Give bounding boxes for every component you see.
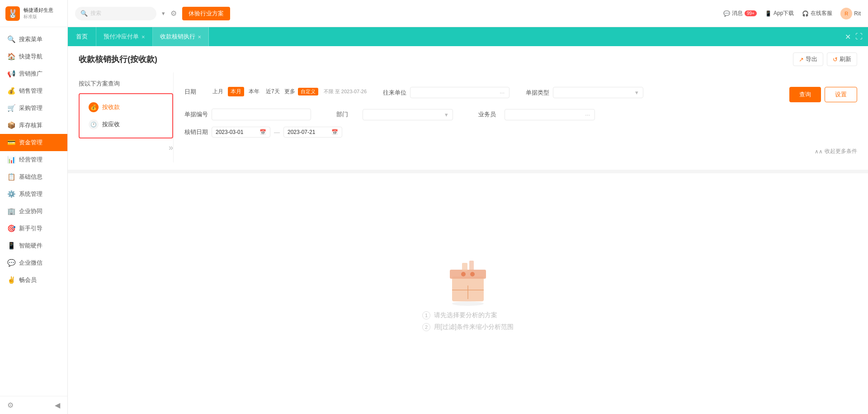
collapse-sidebar-icon[interactable]: ◀ xyxy=(55,401,60,409)
sidebar-item-marketing[interactable]: 📢 营销推广 xyxy=(0,65,67,82)
export-icon: ↗ xyxy=(799,56,804,63)
sidebar-item-inventory[interactable]: 📦 库存核算 xyxy=(0,117,67,134)
search-placeholder: 搜索 xyxy=(90,10,101,17)
sidebar-item-enterprise[interactable]: 🏢 企业协同 xyxy=(0,203,67,220)
online-service-button[interactable]: 🎧 在线客服 xyxy=(802,10,832,17)
main-area: 🔍 搜索 ▾ ⚙ 休验行业方案 💬 消息 99+ 📱 App下载 🎧 在线客服 … xyxy=(68,0,868,414)
counterparty-select[interactable]: ··· xyxy=(410,87,509,98)
dept-select[interactable]: ▾ xyxy=(363,109,453,120)
sidebar-item-wechat[interactable]: 💬 企业微信 xyxy=(0,254,67,271)
tab-receipt[interactable]: 收款核销执行 × xyxy=(153,27,209,46)
query-button[interactable]: 查询 xyxy=(789,87,821,102)
service-icon: 🎧 xyxy=(802,10,809,17)
filter-option-receipt[interactable]: 💰 按收款 xyxy=(84,99,168,116)
logo-badge: 标准版 xyxy=(24,14,53,20)
tab-receipt-close[interactable]: × xyxy=(198,33,202,40)
app-label: App下载 xyxy=(774,10,794,17)
tab-home[interactable]: 首页 xyxy=(68,27,96,46)
sidebar-item-label: 系统管理 xyxy=(19,190,42,198)
date-this-year[interactable]: 本年 xyxy=(247,87,261,96)
sidebar-item-system[interactable]: ⚙️ 系统管理 xyxy=(0,186,67,203)
refresh-button[interactable]: ↺ 刷新 xyxy=(827,52,857,66)
date-7days[interactable]: 近7天 xyxy=(264,87,282,96)
settings-button[interactable]: 设置 xyxy=(825,87,857,102)
gear-icon[interactable]: ⚙ xyxy=(170,9,177,18)
empty-tip-1-text: 请先选择要分析的方案 xyxy=(434,311,497,319)
user-menu[interactable]: R Rit xyxy=(840,8,861,19)
sidebar-item-label: 采购管理 xyxy=(19,104,42,112)
app-icon: 📱 xyxy=(765,10,772,17)
sidebar-menu: 🔍 搜索菜单 🏠 快捷导航 📢 营销推广 💰 销售管理 🛒 采购管理 📦 库存核… xyxy=(0,27,67,396)
tab-close-icon[interactable]: ✕ xyxy=(845,33,851,41)
calendar-end-icon: 📅 xyxy=(331,129,338,135)
doc-type-select[interactable]: ▾ xyxy=(553,87,643,98)
sidebar-item-finance[interactable]: 💳 资金管理 xyxy=(0,134,67,151)
collapse-more-button[interactable]: ∧∧ 收起更多条件 xyxy=(815,148,857,155)
doc-type-arrow: ▾ xyxy=(635,89,638,96)
date-this-month[interactable]: 本月 xyxy=(228,87,244,96)
verify-date-start[interactable]: 2023-03-01 📅 xyxy=(212,127,270,138)
date-custom-badge[interactable]: 自定义 xyxy=(298,88,318,95)
sidebar-item-member[interactable]: ✌️ 畅会员 xyxy=(0,271,67,289)
operations-icon: 📊 xyxy=(7,156,15,164)
page-header-actions: ↗ 导出 ↺ 刷新 xyxy=(793,52,857,72)
sidebar-item-label: 智能硬件 xyxy=(19,242,42,250)
tab-prepay-close[interactable]: × xyxy=(142,33,145,40)
dept-arrow: ▾ xyxy=(445,111,448,118)
dept-filter: 部门 ▾ xyxy=(336,109,453,120)
app-download-button[interactable]: 📱 App下载 xyxy=(765,10,794,17)
service-label: 在线客服 xyxy=(811,10,832,17)
sales-icon: 💰 xyxy=(7,87,15,95)
empty-tip-2-text: 用[过滤]条件来缩小分析范围 xyxy=(434,323,514,331)
solution-button[interactable]: 休验行业方案 xyxy=(182,7,230,20)
topbar-search-box[interactable]: 🔍 搜索 xyxy=(75,7,156,20)
svg-point-8 xyxy=(452,301,484,306)
sidebar-item-sales[interactable]: 💰 销售管理 xyxy=(0,82,67,100)
empty-illustration xyxy=(439,256,497,306)
system-icon: ⚙️ xyxy=(7,190,15,198)
filter-title: 按以下方案查询 xyxy=(79,80,173,88)
filter-row-3: 核销日期 2023-03-01 📅 — 2023-07-21 📅 xyxy=(184,127,857,138)
avatar: R xyxy=(840,8,852,19)
receivable-option-icon: 🕐 xyxy=(89,119,99,129)
date-more[interactable]: 更多 xyxy=(284,88,295,95)
svg-point-3 xyxy=(470,272,475,276)
collapse-icon[interactable]: » xyxy=(169,143,173,152)
salesperson-label: 业务员 xyxy=(478,110,501,119)
message-button[interactable]: 💬 消息 99+ xyxy=(723,10,757,17)
content-area: 收款核销执行(按收款) ↗ 导出 ↺ 刷新 按以下方案查询 💰 xyxy=(68,46,868,414)
tab-expand-icon[interactable]: ⛶ xyxy=(855,33,863,41)
sidebar-item-quick-nav[interactable]: 🏠 快捷导航 xyxy=(0,48,67,65)
sidebar-item-search[interactable]: 🔍 搜索菜单 xyxy=(0,31,67,48)
empty-state: 1 请先选择要分析的方案 2 用[过滤]条件来缩小分析范围 xyxy=(68,173,868,414)
tip-num-1: 1 xyxy=(422,311,430,319)
topbar-right: 💬 消息 99+ 📱 App下载 🎧 在线客服 R Rit xyxy=(723,8,861,19)
sidebar-item-label: 销售管理 xyxy=(19,87,42,95)
sidebar-item-purchase[interactable]: 🛒 采购管理 xyxy=(0,100,67,117)
date-last-month[interactable]: 上月 xyxy=(211,87,225,96)
tab-right-actions: ✕ ⛶ xyxy=(840,27,868,46)
filter-row-2: 单据编号 部门 ▾ 业务员 ··· xyxy=(184,109,857,120)
verify-date-end[interactable]: 2023-07-21 📅 xyxy=(283,127,342,138)
sidebar-item-label: 经营管理 xyxy=(19,156,42,164)
sidebar-item-smart[interactable]: 📱 智能硬件 xyxy=(0,237,67,254)
sidebar-item-operations[interactable]: 📊 经营管理 xyxy=(0,151,67,168)
member-icon: ✌️ xyxy=(7,276,15,284)
verify-date-label: 核销日期 xyxy=(184,128,208,136)
verify-date-start-value: 2023-03-01 xyxy=(216,129,243,135)
chevron-down-icon[interactable]: ▾ xyxy=(162,10,165,17)
filter-option-receivable[interactable]: 🕐 按应收 xyxy=(84,116,168,133)
settings-icon[interactable]: ⚙ xyxy=(7,401,14,409)
tab-prepay[interactable]: 预付冲应付单 × xyxy=(96,27,153,46)
collapse-row: ∧∧ 收起更多条件 xyxy=(184,144,857,155)
date-dash: — xyxy=(274,129,280,136)
receipt-option-icon: 💰 xyxy=(89,102,99,112)
export-button[interactable]: ↗ 导出 xyxy=(793,52,823,66)
svg-rect-7 xyxy=(469,261,474,271)
refresh-icon: ↺ xyxy=(833,56,838,63)
sidebar-item-guide[interactable]: 🎯 新手引导 xyxy=(0,220,67,237)
sidebar-item-basic[interactable]: 📋 基础信息 xyxy=(0,168,67,186)
salesperson-select[interactable]: ··· xyxy=(505,109,595,120)
doc-no-input[interactable] xyxy=(212,109,311,120)
tabbar: 首页 预付冲应付单 × 收款核销执行 × ✕ ⛶ xyxy=(68,27,868,46)
